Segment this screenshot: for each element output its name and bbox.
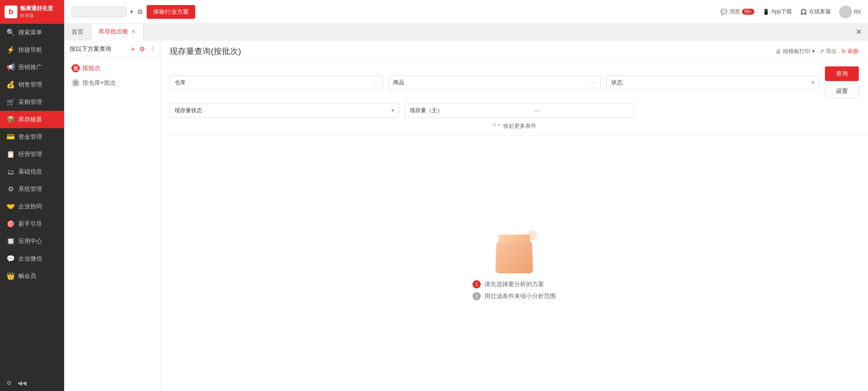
export-btn[interactable]: ↗ 导出 [819, 48, 837, 55]
company-name: 畅康通好生意 [20, 5, 53, 12]
inventory-status-dropdown[interactable]: ▾ [391, 107, 394, 114]
tab-close-1[interactable]: ✕ [131, 29, 136, 34]
schema-icon-0: 批 [71, 64, 80, 72]
quantity-min-input[interactable] [445, 107, 534, 114]
industry-btn[interactable]: 体验行业方案 [147, 5, 195, 19]
product-more[interactable]: ··· [591, 79, 596, 86]
sidebar-item-营销推广[interactable]: 📢营销推广 [0, 59, 64, 76]
empty-tips: 1 请先选择要分析的方案 2 用过滤条件来缩小分析范围 [472, 280, 556, 300]
filter-area: 仓库 ··· 商品 ··· 状态 ▾ 查询 [160, 61, 868, 136]
sidebar-icon-4: 🛒 [6, 98, 15, 106]
print-dropdown-icon: ▾ [812, 48, 815, 54]
inventory-status-filter[interactable]: 现存量状态 ▾ [170, 103, 399, 118]
sidebar-item-畅会员[interactable]: 👑畅会员 [0, 267, 64, 285]
query-btn[interactable]: 查询 [825, 66, 859, 81]
status-input[interactable] [625, 79, 812, 86]
manage-schema-btn[interactable]: ⚙ [139, 46, 145, 52]
product-input[interactable] [407, 79, 592, 86]
tab-库存批次账[interactable]: 库存批次账✕ [91, 24, 143, 40]
sidebar-label-5: 库存核算 [18, 115, 42, 124]
schema-item-0[interactable]: 批 按批次 [64, 61, 160, 76]
sidebar-icon-13: 💬 [6, 255, 15, 263]
tip-number-1: 1 [472, 280, 481, 288]
tip-text-1: 请先选择要分析的方案 [484, 280, 544, 288]
settings-gear-icon[interactable]: ⚙ [137, 8, 143, 16]
app-download-group[interactable]: 📱 App下载 [763, 8, 792, 16]
schema-label-0: 按批次 [82, 64, 100, 72]
schema-item-1[interactable]: 批 按仓库+批次 [64, 76, 160, 90]
topbar: ▾ ⚙ 体验行业方案 💬 消息 99+ 📱 App下载 🎧 在线客服 Rit [64, 0, 868, 24]
tabbar: 首页库存批次账✕✕ [64, 24, 868, 40]
schema-icon-1: 批 [71, 79, 80, 87]
sidebar-item-企业协同[interactable]: 🤝企业协同 [0, 198, 64, 215]
schema-list: 批 按批次 批 按仓库+批次 [64, 58, 160, 93]
inventory-status-input[interactable] [205, 107, 391, 114]
sidebar-item-经营管理[interactable]: 📋经营管理 [0, 146, 64, 163]
sidebar-item-应用中心[interactable]: 🔲应用中心 [0, 233, 64, 250]
tab-label-0: 首页 [71, 28, 83, 36]
sidebar-icon-14: 👑 [6, 272, 15, 280]
user-group[interactable]: Rit [839, 5, 861, 18]
empty-box [495, 241, 533, 273]
sidebar-label-3: 销售管理 [18, 81, 42, 89]
sidebar-item-新手引导[interactable]: 🎯新手引导 [0, 215, 64, 233]
tip-text-2: 用过滤条件来缩小分析范围 [484, 292, 556, 300]
left-panel-actions: ＋ ⚙ 《 [129, 45, 154, 53]
sidebar-item-库存核算[interactable]: 📦库存核算 [0, 111, 64, 128]
sidebar-item-采购管理[interactable]: 🛒采购管理 [0, 93, 64, 111]
settings-btn[interactable]: 设置 [825, 84, 859, 98]
sidebar-item-快捷导航[interactable]: ⚡快捷导航 [0, 41, 64, 59]
sidebar-label-11: 新手引导 [18, 220, 42, 228]
sidebar-label-1: 快捷导航 [18, 46, 42, 54]
filter-collapse-row[interactable]: ⌃⌃ 收起更多条件 [170, 122, 859, 130]
page-header-actions: 🖨 按模板打印 ▾ ↗ 导出 ↻ 刷新 [775, 48, 859, 55]
panel-close-btn[interactable]: ✕ [849, 27, 868, 36]
filter-row-2: 现存量状态 ▾ 现存量（主） — [170, 103, 859, 118]
collapse-label: 收起更多条件 [503, 122, 536, 130]
add-schema-btn[interactable]: ＋ [129, 45, 137, 53]
action-buttons: 查询 设置 [825, 66, 859, 98]
breadcrumb-input[interactable] [71, 6, 126, 17]
status-dropdown-icon[interactable]: ▾ [812, 79, 814, 86]
messages-badge: 99+ [742, 9, 754, 15]
sidebar-label-7: 经营管理 [18, 150, 42, 158]
tab-首页[interactable]: 首页 [64, 24, 91, 40]
app-download-icon: 📱 [763, 9, 769, 15]
online-service-group[interactable]: 🎧 在线客服 [800, 8, 831, 16]
inventory-quantity-filter[interactable]: 现存量（主） — [405, 103, 634, 118]
warehouse-input[interactable] [188, 79, 373, 86]
app-version: 标准版 [20, 12, 53, 19]
sidebar-item-资金管理[interactable]: 💳资金管理 [0, 128, 64, 146]
headset-icon: 🎧 [800, 9, 807, 15]
main-area: ▾ ⚙ 体验行业方案 💬 消息 99+ 📱 App下载 🎧 在线客服 Rit [64, 0, 868, 391]
sidebar-item-销售管理[interactable]: 💰销售管理 [0, 76, 64, 93]
sidebar-label-10: 企业协同 [18, 202, 42, 211]
quantity-separator: — [534, 107, 540, 114]
print-btn[interactable]: 🖨 按模板打印 ▾ [775, 48, 815, 55]
collapse-left-panel-btn[interactable]: 《 [148, 45, 154, 53]
sidebar-item-基础信息[interactable]: 🗂基础信息 [0, 163, 64, 180]
export-icon: ↗ [819, 48, 824, 54]
empty-state: 1 请先选择要分析的方案 2 用过滤条件来缩小分析范围 [160, 136, 868, 391]
avatar [839, 5, 852, 18]
sidebar-item-企业微信[interactable]: 💬企业微信 [0, 250, 64, 267]
empty-tip-1: 1 请先选择要分析的方案 [472, 280, 556, 288]
sidebar-footer: ⚙ ◀◀ [0, 375, 64, 391]
breadcrumb-dropdown[interactable]: ▾ [130, 8, 133, 15]
status-filter[interactable]: 状态 ▾ [606, 75, 819, 90]
product-filter[interactable]: 商品 ··· [388, 75, 601, 90]
settings-footer-icon[interactable]: ⚙ [6, 380, 12, 386]
warehouse-filter[interactable]: 仓库 ··· [170, 75, 383, 90]
sidebar-item-搜索菜单[interactable]: 🔍搜索菜单 [0, 24, 64, 41]
quantity-max-input[interactable] [540, 107, 629, 114]
refresh-btn[interactable]: ↻ 刷新 [841, 48, 859, 55]
sidebar-title-group: 畅康通好生意 标准版 [20, 5, 53, 19]
sidebar-label-13: 企业微信 [18, 255, 42, 263]
messages-group[interactable]: 💬 消息 99+ [720, 8, 754, 16]
collapse-sidebar-btn[interactable]: ◀◀ [17, 380, 27, 386]
warehouse-more[interactable]: ··· [373, 79, 378, 86]
sidebar-item-系统管理[interactable]: ⚙系统管理 [0, 180, 64, 198]
sidebar-label-4: 采购管理 [18, 98, 42, 106]
sidebar-icon-1: ⚡ [6, 46, 15, 54]
sidebar-icon-9: ⚙ [6, 185, 15, 193]
